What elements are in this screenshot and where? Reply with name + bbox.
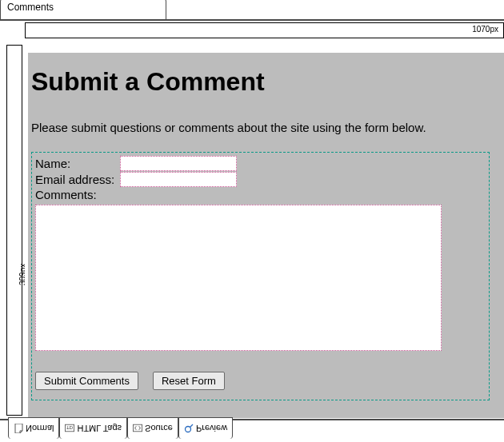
name-input[interactable] [120,156,237,171]
view-tab-normal[interactable]: Normal [8,417,59,439]
view-mode-tabs: Normal TD HTML Tags Source Preview [8,421,233,439]
vertical-ruler[interactable]: 309px [6,45,21,414]
view-tab-htmltags[interactable]: TD HTML Tags [59,417,127,439]
horizontal-ruler[interactable]: 1070px [25,22,504,37]
email-label[interactable]: Email address: [35,173,120,186]
submit-button[interactable]: Submit Comments [35,372,138,390]
page-icon [14,424,23,433]
ruler-mark: 1070px [472,25,498,34]
name-label[interactable]: Name: [35,157,120,170]
email-input[interactable] [120,172,237,187]
page-body: Submit a Comment Please submit questions… [28,53,504,418]
view-tab-preview[interactable]: Preview [178,417,233,439]
reset-button[interactable]: Reset Form [153,372,225,390]
comments-textarea[interactable] [35,205,442,351]
comments-label[interactable]: Comments: [35,188,97,201]
svg-text:TD: TD [66,426,74,431]
svg-line-4 [190,424,193,428]
view-tab-source[interactable]: Source [127,417,178,439]
view-tab-label: Source [145,424,173,433]
document-tab-comments[interactable]: Comments [0,0,166,19]
page-title[interactable]: Submit a Comment [31,67,490,97]
document-tab-label: Comments [7,2,54,13]
design-canvas[interactable]: Submit a Comment Please submit questions… [25,40,504,418]
view-tab-label: Normal [26,424,54,433]
document-tab-bar: Comments [0,0,504,21]
view-tab-label: Preview [196,424,227,433]
source-icon [133,424,142,433]
td-tag-icon: TD [65,424,74,433]
svg-point-3 [185,427,190,432]
intro-text[interactable]: Please submit questions or comments abou… [31,121,490,134]
form-block[interactable]: Name: Email address: Comments: Submit Co… [31,152,490,400]
view-tab-label: HTML Tags [77,424,122,433]
magnifier-icon [184,424,194,433]
